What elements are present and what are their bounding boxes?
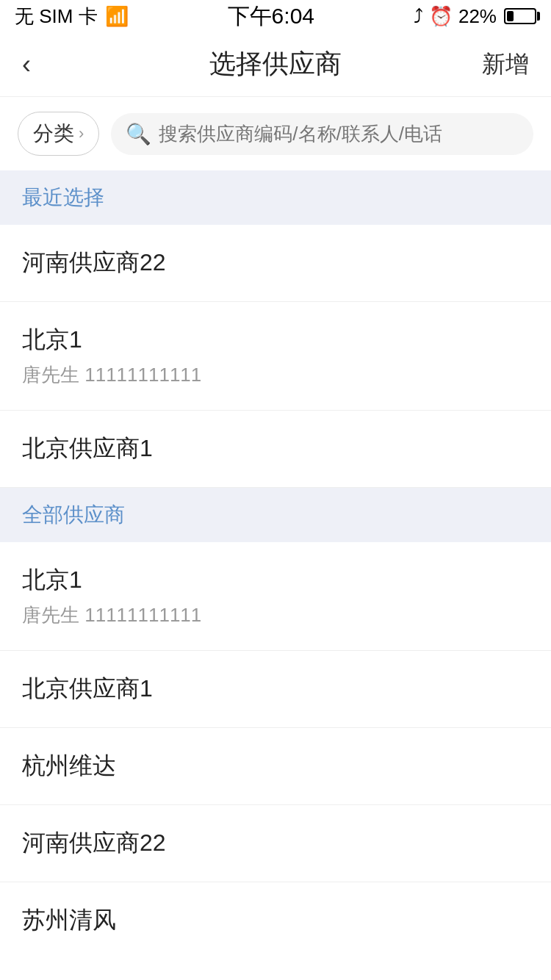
list-item[interactable]: 北京供应商1 [0, 411, 551, 488]
list-item-name: 北京供应商1 [22, 433, 529, 465]
alarm-icon: ⏰ [429, 5, 453, 28]
list-item-name: 北京1 [22, 564, 529, 597]
filter-bar: 分类 › 🔍 [0, 97, 551, 170]
list-item[interactable]: 河南供应商22 [0, 225, 551, 302]
status-right: ⤴ ⏰ 22% [414, 5, 536, 28]
wifi-icon: 📶 [105, 5, 129, 28]
list-item-name: 河南供应商22 [22, 247, 529, 279]
section-header-all: 全部供应商 [0, 488, 551, 542]
battery-icon [504, 8, 536, 24]
list-item[interactable]: 河南供应商22 [0, 805, 551, 882]
sections-container: 最近选择河南供应商22北京1唐先生 11111111111北京供应商1全部供应商… [0, 170, 551, 959]
status-bar: 无 SIM 卡 📶 下午6:04 ⤴ ⏰ 22% [0, 0, 551, 32]
list-item[interactable]: 苏州清风 [0, 882, 551, 959]
search-box[interactable]: 🔍 [111, 113, 533, 155]
add-button[interactable]: 新增 [470, 48, 529, 81]
list-item-name: 杭州维达 [22, 750, 529, 782]
back-button[interactable]: ‹ [22, 49, 81, 80]
chevron-right-icon: › [79, 124, 84, 143]
list-item[interactable]: 杭州维达 [0, 728, 551, 805]
status-left: 无 SIM 卡 📶 [15, 4, 129, 29]
list-item-name: 北京供应商1 [22, 673, 529, 705]
list-item-name: 北京1 [22, 324, 529, 356]
list-item-sub: 唐先生 11111111111 [22, 362, 529, 388]
battery-percent: 22% [458, 5, 497, 28]
category-button[interactable]: 分类 › [18, 112, 99, 156]
list-item[interactable]: 北京供应商1 [0, 651, 551, 728]
section-header-recent: 最近选择 [0, 170, 551, 225]
list-item-name: 河南供应商22 [22, 827, 529, 860]
nav-bar: ‹ 选择供应商 新增 [0, 32, 551, 97]
page-title: 选择供应商 [209, 46, 342, 82]
location-icon: ⤴ [414, 5, 423, 28]
search-icon: 🔍 [126, 122, 151, 146]
search-input[interactable] [159, 123, 519, 145]
list-item[interactable]: 北京1唐先生 11111111111 [0, 302, 551, 411]
list-item[interactable]: 北京1唐先生 11111111111 [0, 542, 551, 651]
category-label: 分类 [33, 120, 74, 148]
list-item-sub: 唐先生 11111111111 [22, 602, 529, 628]
status-time: 下午6:04 [228, 1, 314, 32]
sim-status: 无 SIM 卡 [15, 4, 98, 29]
list-item-name: 苏州清风 [22, 904, 529, 937]
